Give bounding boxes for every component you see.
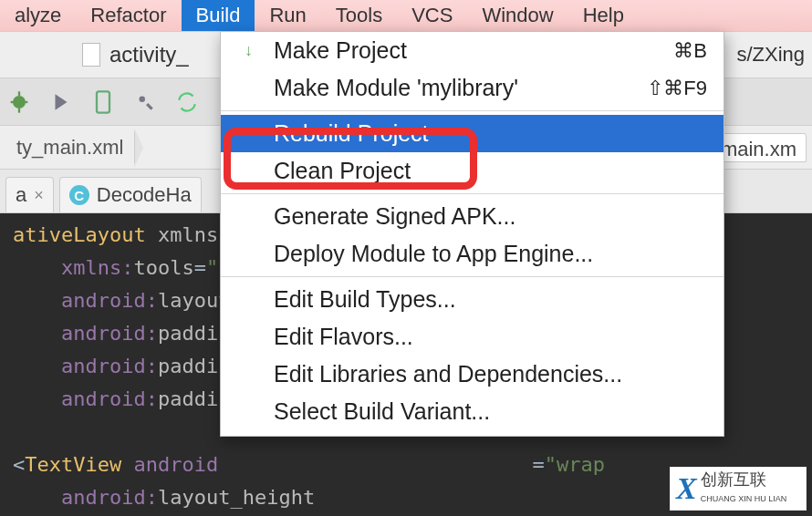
build-menu-dropdown: ↓ Make Project ⌘B Make Module 'mylibrary… bbox=[220, 31, 724, 437]
menu-deploy-app-engine[interactable]: Deploy Module to App Engine... bbox=[221, 235, 724, 273]
menu-item-label: Make Module 'mylibrary' bbox=[274, 75, 518, 101]
menu-generate-signed-apk[interactable]: Generate Signed APK... bbox=[221, 198, 724, 235]
device-icon[interactable] bbox=[89, 88, 117, 116]
menu-item-label: Make Project bbox=[274, 37, 407, 64]
file-icon bbox=[82, 43, 100, 67]
tab-2-label: DecodeHa bbox=[97, 183, 192, 207]
code-eq: = bbox=[194, 256, 206, 279]
menu-shortcut: ⌘B bbox=[673, 39, 707, 63]
code-attr: xmlns bbox=[158, 223, 218, 246]
menu-item-label: Select Build Variant... bbox=[274, 398, 490, 425]
menu-run[interactable]: Run bbox=[255, 0, 320, 31]
code-attr: tools bbox=[133, 256, 193, 279]
tab-1[interactable]: a × bbox=[5, 177, 54, 212]
menu-item-label: Edit Build Types... bbox=[274, 286, 456, 313]
code-eq bbox=[315, 486, 327, 509]
menu-edit-libraries[interactable]: Edit Libraries and Dependencies... bbox=[221, 356, 724, 393]
run-icon[interactable] bbox=[47, 88, 75, 116]
code-ns: android: bbox=[61, 355, 158, 377]
menu-item-label: Clean Project bbox=[274, 158, 411, 184]
watermark-logo-icon: X bbox=[676, 471, 697, 506]
menu-shortcut: ⇧⌘F9 bbox=[647, 77, 707, 100]
code-ns: android: bbox=[61, 387, 158, 410]
menu-make-module[interactable]: Make Module 'mylibrary' ⇧⌘F9 bbox=[221, 69, 724, 107]
code-str: "wrap bbox=[545, 453, 605, 476]
debug-icon[interactable] bbox=[5, 88, 33, 116]
tab-decodeha[interactable]: C DecodeHa bbox=[59, 177, 202, 212]
menu-rebuild-project[interactable]: Rebuild Project bbox=[221, 115, 724, 152]
code-lt: < bbox=[13, 453, 25, 476]
code-attr: height bbox=[243, 486, 315, 509]
breadcrumb-chip[interactable]: ty_main.xml bbox=[5, 132, 135, 163]
nav-file-label[interactable]: activity_ bbox=[109, 42, 189, 67]
make-icon: ↓ bbox=[245, 41, 272, 60]
code-ns: android bbox=[133, 453, 218, 476]
svg-rect-5 bbox=[97, 91, 109, 112]
code-ns: android: bbox=[61, 322, 158, 345]
tab-1-suffix: a bbox=[16, 183, 26, 207]
menu-edit-flavors[interactable]: Edit Flavors... bbox=[221, 318, 724, 356]
code-ns: xmlns: bbox=[61, 256, 133, 279]
menu-analyze[interactable]: alyze bbox=[0, 0, 76, 31]
code-ns: android: bbox=[61, 486, 158, 509]
menu-item-label: Deploy Module to App Engine... bbox=[274, 241, 593, 267]
menu-item-label: Generate Signed APK... bbox=[274, 203, 515, 230]
code-eq: = bbox=[533, 453, 545, 476]
menu-separator bbox=[221, 276, 724, 277]
sync-icon[interactable] bbox=[173, 88, 201, 116]
menu-refactor[interactable]: Refactor bbox=[76, 0, 181, 31]
code-attr: layout_ bbox=[158, 486, 243, 509]
nav-right-label: s/ZXing bbox=[736, 43, 805, 67]
watermark: X 创新互联 CHUANG XIN HU LIAN bbox=[670, 467, 807, 511]
menu-tools[interactable]: Tools bbox=[321, 0, 397, 31]
menu-help[interactable]: Help bbox=[568, 0, 639, 31]
watermark-text: 创新互联 CHUANG XIN HU LIAN bbox=[701, 471, 787, 507]
menu-window[interactable]: Window bbox=[467, 0, 567, 31]
watermark-line1: 创新互联 bbox=[701, 470, 766, 489]
menu-select-build-variant[interactable]: Select Build Variant... bbox=[221, 393, 724, 430]
menu-clean-project[interactable]: Clean Project bbox=[221, 152, 724, 190]
menu-separator bbox=[221, 193, 724, 194]
settings-icon[interactable] bbox=[131, 88, 159, 116]
menu-item-label: Rebuild Project bbox=[274, 120, 429, 147]
menu-item-label: Edit Libraries and Dependencies... bbox=[274, 361, 622, 387]
menu-item-label: Edit Flavors... bbox=[274, 324, 413, 350]
menu-bar: alyze Refactor Build Run Tools VCS Windo… bbox=[0, 0, 812, 31]
code-tag: TextView bbox=[25, 453, 121, 476]
class-icon: C bbox=[69, 185, 89, 205]
menu-vcs[interactable]: VCS bbox=[397, 0, 467, 31]
code-tag: ativeLayout bbox=[13, 223, 146, 246]
menu-build[interactable]: Build bbox=[182, 0, 255, 31]
menu-separator bbox=[221, 110, 724, 111]
menu-edit-build-types[interactable]: Edit Build Types... bbox=[221, 281, 724, 318]
menu-make-project[interactable]: ↓ Make Project ⌘B bbox=[221, 32, 724, 69]
tab-close-icon[interactable]: × bbox=[34, 186, 44, 205]
svg-point-6 bbox=[140, 96, 146, 102]
watermark-line2: CHUANG XIN HU LIAN bbox=[701, 494, 787, 503]
code-ns: android: bbox=[61, 289, 158, 312]
